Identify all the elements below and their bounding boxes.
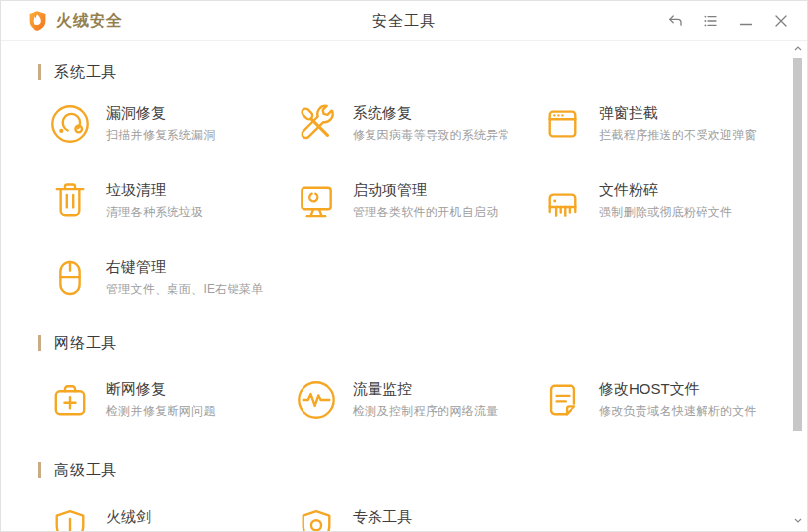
titlebar[interactable]: 火绒安全 安全工具 (1, 1, 807, 41)
tool-popup-blocker[interactable]: 弹窗拦截 拦截程序推送的不受欢迎弹窗 (541, 102, 797, 148)
host-file-icon (541, 378, 584, 422)
tool-text: 系统修复 修复因病毒等导致的系统异常 (353, 102, 510, 142)
tool-desc: 清理各种系统垃圾 (106, 205, 203, 219)
tool-text: 修改HOST文件 修改负责域名快速解析的文件 (599, 378, 757, 418)
advanced-tools-grid: 火绒剑 专杀工具 (48, 506, 807, 532)
tool-text: 火绒剑 (106, 506, 151, 532)
tool-text: 文件粉碎 强制删除或彻底粉碎文件 (599, 179, 732, 219)
tool-title: 系统修复 (353, 104, 510, 122)
section-label: 网络工具 (54, 334, 117, 353)
system-repair-icon (295, 102, 338, 146)
tool-desc: 管理文件、桌面、IE右键菜单 (106, 282, 264, 296)
tool-vulnerability-fix[interactable]: 漏洞修复 扫描并修复系统漏洞 (48, 102, 295, 148)
startup-manager-icon (295, 179, 338, 223)
close-icon[interactable] (774, 13, 789, 29)
section-header-network: 网络工具 (38, 333, 807, 353)
section-header-advanced: 高级工具 (38, 460, 807, 480)
brand-name: 火绒安全 (56, 11, 123, 32)
brand: 火绒安全 (1, 10, 123, 32)
tool-text: 右键管理 管理文件、桌面、IE右键菜单 (106, 256, 264, 296)
tool-text: 垃圾清理 清理各种系统垃圾 (106, 179, 203, 219)
tool-title: 启动项管理 (353, 181, 499, 199)
tool-host-file[interactable]: 修改HOST文件 修改负责域名快速解析的文件 (541, 378, 797, 424)
section-header-system: 系统工具 (38, 62, 807, 82)
tool-text: 漏洞修复 扫描并修复系统漏洞 (106, 102, 216, 142)
tool-title: 垃圾清理 (106, 181, 203, 199)
tool-huorong-sword[interactable]: 火绒剑 (48, 506, 295, 532)
tool-network-repair[interactable]: 断网修复 检测并修复断网问题 (48, 378, 295, 424)
tool-title: 修改HOST文件 (599, 380, 757, 398)
titlebar-actions (667, 13, 807, 29)
popup-blocker-icon (541, 102, 584, 146)
tool-desc: 修复因病毒等导致的系统异常 (353, 128, 510, 142)
tool-desc: 检测及控制程序的网络流量 (353, 404, 499, 418)
network-tools-grid: 断网修复 检测并修复断网问题 流量监控 检测及控制程序的网络流量 (48, 378, 807, 424)
section-marker (38, 64, 41, 80)
tool-desc: 强制删除或彻底粉碎文件 (599, 205, 732, 219)
tool-title: 断网修复 (106, 380, 216, 398)
tool-title: 专杀工具 (353, 508, 412, 526)
tool-title: 文件粉碎 (599, 181, 732, 199)
system-tools-grid: 漏洞修复 扫描并修复系统漏洞 系统修复 修复因病毒等导致的系统异常 (48, 102, 807, 301)
shield-kill-icon (295, 506, 338, 532)
tool-desc: 修改负责域名快速解析的文件 (599, 404, 757, 418)
mouse-right-key-icon (48, 256, 92, 299)
scrollbar[interactable] (792, 43, 803, 528)
tool-title: 右键管理 (106, 258, 264, 276)
back-icon[interactable] (667, 13, 683, 29)
list-menu-icon[interactable] (703, 13, 718, 29)
tool-startup-manager[interactable]: 启动项管理 管理各类软件的开机自启动 (295, 179, 541, 225)
shield-sword-icon (48, 506, 92, 532)
tool-title: 流量监控 (353, 380, 499, 398)
tool-title: 火绒剑 (106, 508, 151, 526)
chevron-down-icon[interactable] (792, 515, 803, 526)
network-repair-icon (48, 378, 92, 422)
tool-text: 流量监控 检测及控制程序的网络流量 (353, 378, 499, 418)
tool-file-shredder[interactable]: 文件粉碎 强制删除或彻底粉碎文件 (541, 179, 797, 225)
section-marker (38, 462, 41, 478)
tool-trash-clean[interactable]: 垃圾清理 清理各种系统垃圾 (48, 179, 295, 225)
tool-system-repair[interactable]: 系统修复 修复因病毒等导致的系统异常 (295, 102, 541, 148)
tool-right-key-manager[interactable]: 右键管理 管理文件、桌面、IE右键菜单 (48, 256, 295, 301)
security-tools-window: 火绒安全 安全工具 (0, 0, 808, 532)
tool-desc: 管理各类软件的开机自启动 (353, 205, 499, 219)
tool-title: 弹窗拦截 (599, 104, 757, 122)
tool-text: 弹窗拦截 拦截程序推送的不受欢迎弹窗 (599, 102, 757, 142)
traffic-monitor-icon (295, 378, 338, 422)
tool-text: 启动项管理 管理各类软件的开机自启动 (353, 179, 499, 219)
section-marker (38, 335, 41, 351)
tools-content: 系统工具 漏洞修复 扫描并修复系统漏洞 (1, 41, 807, 532)
section-label: 高级工具 (54, 461, 117, 480)
huorong-logo-icon (27, 10, 48, 32)
tool-desc: 检测并修复断网问题 (106, 404, 216, 418)
tool-text: 断网修复 检测并修复断网问题 (106, 378, 216, 418)
file-shredder-icon (541, 179, 584, 223)
chevron-up-icon[interactable] (792, 43, 803, 54)
vulnerability-fix-icon (48, 102, 92, 146)
minimize-icon[interactable] (738, 13, 754, 29)
tool-traffic-monitor[interactable]: 流量监控 检测及控制程序的网络流量 (295, 378, 541, 424)
tool-special-kill[interactable]: 专杀工具 (295, 506, 541, 532)
tool-desc: 扫描并修复系统漏洞 (106, 128, 216, 142)
scrollbar-thumb[interactable] (793, 58, 802, 431)
tool-title: 漏洞修复 (106, 104, 216, 122)
tool-text: 专杀工具 (353, 506, 412, 532)
trash-clean-icon (48, 179, 92, 223)
tool-desc: 拦截程序推送的不受欢迎弹窗 (599, 128, 757, 142)
section-label: 系统工具 (54, 63, 117, 82)
